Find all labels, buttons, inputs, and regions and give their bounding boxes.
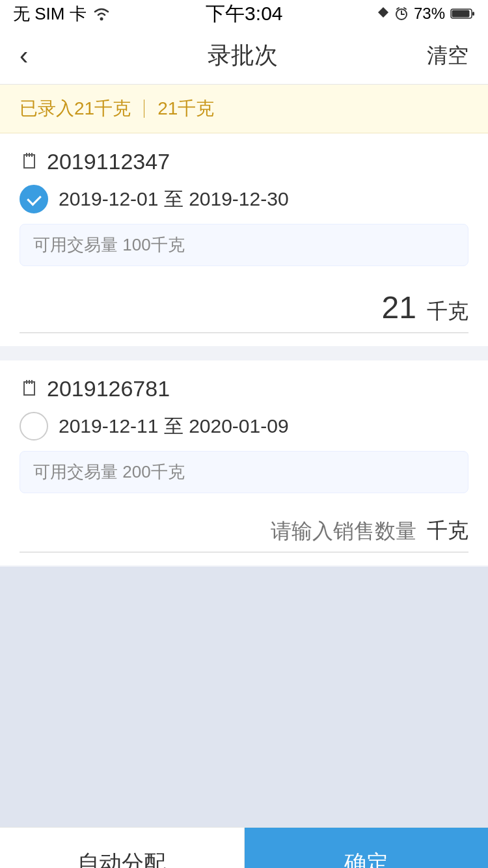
alarm-icon (394, 7, 409, 21)
battery-percent: 73% (414, 5, 445, 23)
batch-1-radio[interactable] (20, 185, 48, 213)
status-time: 下午3:04 (206, 1, 282, 27)
nav-bar: ‹ 录批次 清空 (0, 27, 488, 85)
status-right: 73% (377, 5, 475, 23)
content-area: 🗒 2019112347 2019-12-01 至 2019-12-30 可用交… (0, 133, 488, 827)
batch-2-radio[interactable] (20, 412, 48, 441)
recorded-label: 已录入21千克 (20, 96, 131, 121)
batch-2-date: 2019-12-11 至 2020-01-09 (59, 413, 289, 440)
batch-1-date: 2019-12-01 至 2019-12-30 (59, 186, 289, 213)
page-title: 录批次 (208, 40, 278, 72)
battery-icon (450, 7, 475, 20)
wifi-icon (92, 7, 111, 21)
svg-line-5 (404, 8, 406, 9)
auto-distribute-label: 自动分配 (77, 848, 166, 869)
bottom-bar: 自动分配 确定 (0, 827, 488, 868)
batch-1-number: 2019112347 (47, 149, 170, 174)
location-icon (377, 7, 389, 21)
svg-point-0 (100, 18, 103, 21)
batch-card-1: 🗒 2019112347 2019-12-01 至 2019-12-30 可用交… (0, 133, 488, 346)
no-sim-label: 无 SIM 卡 (13, 3, 87, 25)
gray-area (0, 567, 488, 827)
status-bar: 无 SIM 卡 下午3:04 73% (0, 0, 488, 27)
batch-2-number: 2019126781 (47, 376, 170, 401)
batch-1-date-row: 2019-12-01 至 2019-12-30 (0, 180, 488, 224)
batch-2-doc-icon: 🗒 (20, 377, 40, 401)
svg-line-4 (397, 8, 399, 9)
total-label: 21千克 (157, 96, 214, 121)
auto-distribute-button[interactable]: 自动分配 (0, 828, 245, 868)
batch-1-header: 🗒 2019112347 (0, 133, 488, 180)
confirm-button[interactable]: 确定 (245, 828, 489, 868)
confirm-label: 确定 (344, 848, 388, 869)
batch-1-amount-row: 21 千克 (0, 279, 488, 332)
batch-1-available: 可用交易量 100千克 (20, 224, 468, 266)
batch-2-available: 可用交易量 200千克 (20, 451, 468, 493)
batch-card-2: 🗒 2019126781 2019-12-11 至 2020-01-09 可用交… (0, 360, 488, 565)
batch-1-amount-unit: 千克 (427, 297, 468, 326)
summary-divider (144, 100, 144, 118)
back-button[interactable]: ‹ (20, 41, 59, 70)
card-separator-1 (0, 347, 488, 360)
batch-1-doc-icon: 🗒 (20, 150, 40, 174)
batch-1-amount-value: 21 (382, 290, 416, 325)
batch-2-header: 🗒 2019126781 (0, 360, 488, 407)
svg-rect-7 (452, 10, 469, 18)
summary-bar: 已录入21千克 21千克 (0, 85, 488, 133)
batch-2-input-row: 千克 (0, 506, 488, 552)
clear-button[interactable]: 清空 (427, 42, 468, 70)
batch-2-qty-input[interactable] (20, 519, 416, 543)
svg-rect-8 (472, 12, 474, 16)
status-left: 无 SIM 卡 (13, 3, 111, 25)
batch-2-unit: 千克 (427, 517, 468, 545)
batch-2-date-row: 2019-12-11 至 2020-01-09 (0, 407, 488, 451)
